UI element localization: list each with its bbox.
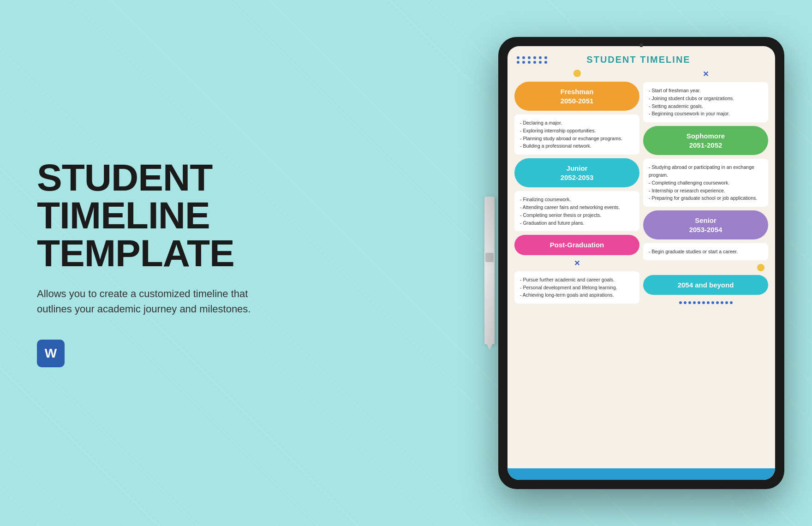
timeline-grid: Freshman 2050-2051 - Declaring a major. … <box>514 70 768 464</box>
yellow-dot-top <box>573 70 581 77</box>
screen-title: STUDENT TIMELINE <box>586 54 690 65</box>
left-panel: STUDENTTIMELINETEMPLATE Allows you to cr… <box>37 159 304 367</box>
postgrad-button: Post-Graduation <box>514 235 639 255</box>
freshman-button: Freshman 2050-2051 <box>514 82 639 111</box>
senior-info-left: - Finalizing coursework. - Attending car… <box>514 191 639 231</box>
bottom-bar <box>508 468 775 480</box>
freshman-info-right: - Start of freshman year. - Joining stud… <box>643 82 768 122</box>
dots-decoration-bottom <box>643 299 768 306</box>
tablet: STUDENT TIMELINE Freshman 2 <box>498 37 784 489</box>
tablet-screen: STUDENT TIMELINE Freshman 2 <box>508 46 775 480</box>
screen-content: Freshman 2050-2051 - Declaring a major. … <box>508 70 775 468</box>
tablet-wrapper: STUDENT TIMELINE Freshman 2 <box>498 37 784 489</box>
beyond-info-left: - Pursue further academic and career goa… <box>514 271 639 304</box>
x-mark-top: ✕ <box>643 70 768 78</box>
sophomore-button: Sophomore 2051-2052 <box>643 126 768 155</box>
yellow-dot-right <box>757 264 764 271</box>
left-column: Freshman 2050-2051 - Declaring a major. … <box>514 70 639 464</box>
dots-decoration-left <box>517 56 548 64</box>
word-icon: W <box>37 340 65 367</box>
senior-button: Senior 2053-2054 <box>643 210 768 239</box>
junior-button: Junior 2052-2053 <box>514 158 639 187</box>
main-title: STUDENTTIMELINETEMPLATE <box>37 159 304 272</box>
beyond-button: 2054 and beyond <box>643 275 768 295</box>
subtitle: Allows you to create a customized timeli… <box>37 286 258 317</box>
x-mark-bottom: ✕ <box>514 259 639 268</box>
pencil <box>484 197 495 344</box>
screen-header: STUDENT TIMELINE <box>508 46 775 70</box>
sophomore-info-left: - Declaring a major. - Exploring interns… <box>514 114 639 155</box>
junior-info-right: - Studying abroad or participating in an… <box>643 159 768 207</box>
right-column: ✕ - Start of freshman year. - Joining st… <box>643 70 768 464</box>
postgrad-info-right: - Begin graduate studies or start a care… <box>643 243 768 260</box>
